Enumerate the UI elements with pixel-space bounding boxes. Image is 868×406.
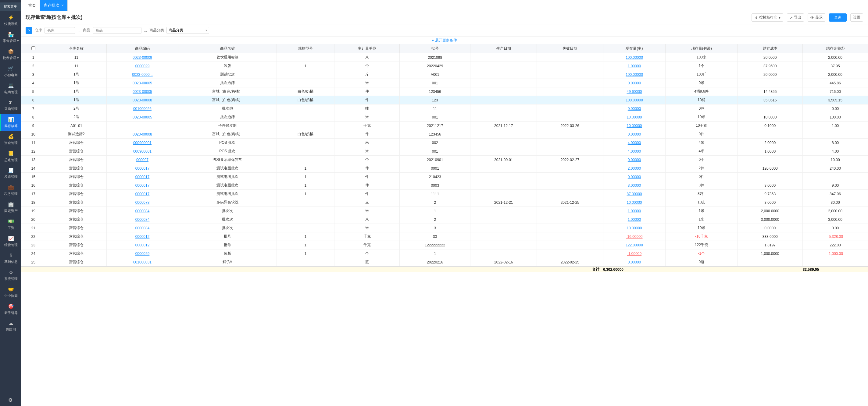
row-batch: 2 (400, 198, 470, 207)
qty-main-link[interactable]: 3.00000 (628, 183, 641, 188)
product-code-link[interactable]: 0023-00009 (133, 56, 152, 60)
qty-main-link[interactable]: 1.00000 (628, 209, 641, 213)
settings-button[interactable]: 设置 (850, 13, 863, 22)
sidebar-item-wholesale[interactable]: 📦 批发管理 ▾ (0, 46, 21, 63)
product-code-link[interactable]: 001000026 (133, 107, 152, 111)
row-amount: 240.00 (803, 164, 868, 173)
product-code-link[interactable]: 0023-00005 (133, 90, 152, 94)
sidebar-item-retail[interactable]: 🏪 零售管理 ▾ (0, 29, 21, 46)
qty-main-link[interactable]: 4.00000 (628, 149, 641, 154)
qty-main-link[interactable]: 0.00000 (628, 81, 641, 85)
print-template-button[interactable]: 🖨 按模板打印 ▾ (751, 13, 783, 22)
qty-main-link[interactable]: 100.00000 (626, 72, 643, 77)
product-code-link[interactable]: 0000012 (135, 235, 150, 239)
qty-main-link[interactable]: 10.00000 (626, 200, 642, 205)
col-prod-date: 生产日期 (470, 44, 537, 53)
sidebar-item-cloud[interactable]: ☁ 云应用 (0, 318, 21, 335)
qty-main-link[interactable]: 10.00000 (626, 226, 642, 230)
qty-main-link[interactable]: 100.00000 (626, 56, 643, 60)
sidebar-item-small-ecom[interactable]: 🛒 小独电商 (0, 63, 21, 80)
qty-main-link[interactable]: 1.00000 (628, 217, 641, 222)
product-code-link[interactable]: 0000084 (135, 217, 150, 222)
product-code-link[interactable]: 0023-00005 (133, 115, 152, 120)
product-code-link[interactable]: 0000017 (135, 183, 150, 188)
sidebar-item-fixed-assets[interactable]: 🏢 固定资产 (0, 199, 21, 216)
product-code-link[interactable]: 0000017 (135, 175, 150, 179)
sidebar-item-tax[interactable]: 💼 税务管理 (0, 182, 21, 199)
tab-inventory-batch[interactable]: 库存批次 ✕ (40, 0, 68, 11)
row-qty-pkg: -16千克 (665, 232, 738, 241)
row-cost: 37.9500 (738, 62, 803, 70)
row-cost: 120.0000 (738, 164, 803, 173)
sidebar-item-salary[interactable]: 💵 工资 (0, 216, 21, 233)
sidebar-item-invoice[interactable]: 🧾 发票管理 (0, 165, 21, 182)
row-unit: 米 (335, 224, 400, 232)
select-all-checkbox[interactable] (31, 46, 35, 50)
row-prod-date (470, 164, 537, 173)
qty-main-link[interactable]: 0.00000 (628, 158, 641, 162)
qty-main-link[interactable]: 4.00000 (628, 141, 641, 145)
product-input[interactable] (93, 27, 142, 34)
row-idx: 10 (21, 130, 46, 139)
sidebar-item-system[interactable]: ⚙ 系统管理 (0, 267, 21, 284)
col-checkbox[interactable] (21, 44, 46, 53)
row-qty-main: -1.00000 (603, 249, 665, 258)
sidebar-quick-nav[interactable]: ⚡ 快捷导航 (0, 12, 21, 29)
qty-main-link[interactable]: 87.00000 (626, 192, 642, 196)
product-code-link[interactable]: 0023-0000... (132, 72, 152, 77)
toggle-button[interactable]: 👁 显示 (808, 13, 825, 22)
row-batch: 20211217 (400, 122, 470, 130)
qty-main-link[interactable]: 2.00000 (628, 166, 641, 171)
expand-conditions-label[interactable]: 展开更多条件 (435, 38, 457, 43)
warehouse-input[interactable] (44, 27, 75, 34)
product-code-link[interactable]: 0000078 (135, 200, 150, 205)
sidebar-item-ledger[interactable]: 📒 总账管理 (0, 148, 21, 165)
qty-main-link[interactable]: 49.60000 (626, 90, 642, 94)
qty-main-link[interactable]: 0.00000 (628, 260, 641, 264)
tab-home[interactable]: 首页 (24, 0, 40, 11)
qty-main-link[interactable]: 0.00000 (628, 175, 641, 179)
product-code-link[interactable]: 0000017 (135, 166, 150, 171)
qty-main-link[interactable]: -16.00000 (626, 235, 642, 239)
product-code-link[interactable]: 0000084 (135, 226, 150, 230)
sidebar-search[interactable]: 搜索菜单 (0, 2, 21, 11)
tax-icon: 💼 (2, 184, 20, 191)
settings-gear-icon[interactable]: ⚙ (0, 394, 21, 406)
sidebar-item-inventory[interactable]: 📊 库存核算 (0, 114, 21, 131)
sidebar-item-operations[interactable]: 📈 经营管理 (0, 233, 21, 250)
product-code-link[interactable]: 0023-00008 (133, 98, 152, 102)
category-select[interactable]: 商品分类 ▾ (166, 27, 209, 34)
product-code-link[interactable]: 000097 (136, 158, 149, 162)
product-code-link[interactable]: 000900001 (133, 141, 152, 145)
tab-close-icon[interactable]: ✕ (61, 0, 64, 11)
qty-main-link[interactable]: 122.00000 (626, 243, 643, 247)
product-code-link[interactable]: 001000031 (133, 260, 152, 264)
sidebar-item-purchase[interactable]: 🛍 采购管理 (0, 97, 21, 114)
product-code-link[interactable]: 0023-00008 (133, 132, 152, 136)
qty-main-link[interactable]: 100.00000 (626, 98, 643, 102)
product-code-link[interactable]: 0000017 (135, 192, 150, 196)
row-spec: 白色/奶橘 (277, 88, 335, 96)
sidebar-item-guide[interactable]: 🎯 新手引导 (0, 301, 21, 318)
sidebar-item-basic-info[interactable]: ℹ 基础信息 (0, 250, 21, 267)
query-button[interactable]: 查询 (829, 13, 847, 22)
sidebar-item-ecom[interactable]: 💻 电商管理 (0, 80, 21, 97)
qty-main-link[interactable]: 1.00000 (628, 64, 641, 68)
sidebar-item-finance[interactable]: 💰 资金管理 (0, 131, 21, 148)
table-row: 12 营营综仓 000900001 POS 批次 米 001 4.00000 4… (21, 147, 868, 156)
qty-main-link[interactable]: -1.00000 (627, 251, 642, 256)
qty-main-link[interactable]: 0.00000 (628, 107, 641, 111)
product-code-link[interactable]: 000900001 (133, 149, 152, 154)
product-code-link[interactable]: 0000084 (135, 209, 150, 213)
filter-expand-button[interactable]: > (26, 27, 32, 34)
row-batch: 2 (400, 215, 470, 224)
sidebar-item-collab[interactable]: 🤝 企业协同 (0, 284, 21, 301)
product-code-link[interactable]: 0000029 (135, 64, 150, 68)
qty-main-link[interactable]: 10.00000 (626, 115, 642, 120)
product-code-link[interactable]: 0000012 (135, 243, 150, 247)
product-code-link[interactable]: 0000029 (135, 251, 150, 256)
product-code-link[interactable]: 0023-00005 (133, 81, 152, 85)
qty-main-link[interactable]: 0.00000 (628, 132, 641, 136)
export-button[interactable]: ↗ 导出 (787, 13, 804, 22)
qty-main-link[interactable]: 10.00000 (626, 124, 642, 128)
